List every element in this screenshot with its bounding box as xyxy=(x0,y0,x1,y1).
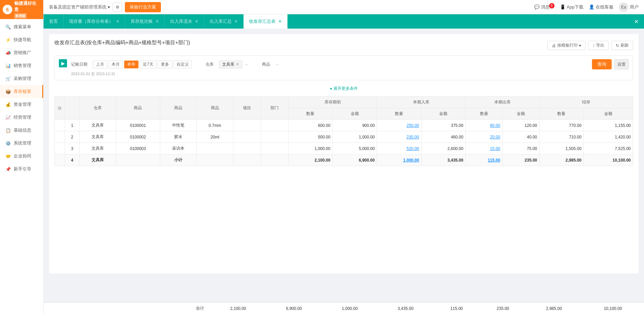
warehouse-remove-btn[interactable]: ✕ xyxy=(236,62,239,67)
subtotal-out-amt: 235.00 xyxy=(502,154,539,166)
newbie-icon: 📌 xyxy=(5,166,11,172)
row-project xyxy=(233,131,261,143)
user-action[interactable]: Ea 用户 xyxy=(619,2,639,12)
tab-bar-close-btn[interactable]: ✕ xyxy=(629,18,644,25)
date-more[interactable]: 更多 xyxy=(158,61,172,68)
date-7days[interactable]: 近7天 xyxy=(140,61,156,68)
subtotal-warehouse: 文具库 xyxy=(79,154,116,166)
query-button[interactable]: 查询 xyxy=(592,59,612,69)
goods-more[interactable]: ··· xyxy=(276,62,279,67)
user-label: 用户 xyxy=(630,4,639,10)
tab-batch-label: 库存批次账 xyxy=(131,18,153,24)
settings-link-button[interactable]: 设置 xyxy=(614,59,629,69)
tab-recv-send-label: 收发存汇总表 xyxy=(249,18,276,24)
tab-in-out-summary[interactable]: 出入库汇总 ✕ xyxy=(204,14,244,29)
date-this-year[interactable]: 本年 xyxy=(124,61,138,68)
sidebar-item-collab[interactable]: 🤝 企业协同 xyxy=(0,150,43,163)
sidebar-item-inventory[interactable]: 📦 库存核算 xyxy=(0,85,43,98)
date-last-month[interactable]: 上月 xyxy=(93,61,107,68)
tab-in-out-flow[interactable]: 出入库流水 ✕ xyxy=(165,14,204,29)
sidebar-item-label: 采购管理 xyxy=(14,76,31,82)
tab-home[interactable]: 首页 xyxy=(44,14,64,29)
date-label: 记账日期 xyxy=(71,62,87,67)
warehouse-more[interactable]: ··· xyxy=(245,62,248,67)
gear-icon: ⚙ xyxy=(116,5,119,10)
tab-in-out-flow-close[interactable]: ✕ xyxy=(195,19,198,24)
date-custom[interactable]: 自定义 xyxy=(174,61,192,68)
col-settings[interactable]: ⚙ xyxy=(55,97,65,120)
inventory-icon: 📦 xyxy=(5,89,11,94)
sidebar-item-basic[interactable]: 📋 基础信息 xyxy=(0,124,43,137)
operations-icon: 📈 xyxy=(5,115,11,120)
col-warehouse: 仓库 xyxy=(79,97,116,120)
total-out-qty: 115.00 xyxy=(433,303,480,314)
refresh-button[interactable]: ↻ 刷新 xyxy=(611,41,633,50)
print-button[interactable]: 🖨 按模板打印 ▾ xyxy=(547,41,585,50)
expand-more-btn[interactable]: ▾ 展开更多条件 xyxy=(330,84,358,93)
sidebar-item-quicknav[interactable]: ⚡ 快捷导航 xyxy=(0,33,43,46)
subtotal-bal-amt: 10,100.00 xyxy=(584,154,633,166)
row-out-qty[interactable]: 80.00 xyxy=(465,120,502,131)
sidebar-item-sales[interactable]: 📊 销售管理 xyxy=(0,59,43,72)
sidebar-item-system[interactable]: ⚙️ 系统管理 xyxy=(0,137,43,150)
row-in-qty[interactable]: 520.00 xyxy=(377,143,421,154)
subtotal-in-amt: 3,435.00 xyxy=(421,154,465,166)
row-in-amt: 2,600.00 xyxy=(421,143,465,154)
tab-batch[interactable]: 库存批次账 ✕ xyxy=(125,14,165,29)
quicknav-icon: ⚡ xyxy=(5,37,11,43)
logo-tag: 标准版 xyxy=(14,13,27,19)
tab-batch-close[interactable]: ✕ xyxy=(155,19,159,24)
row-out-amt: 40.00 xyxy=(502,131,539,143)
col-out-qty: 数量 xyxy=(465,108,502,120)
export-button[interactable]: ↑ 导出 xyxy=(588,41,609,50)
row-in-amt: 460.00 xyxy=(421,131,465,143)
row-in-qty[interactable]: 250.00 xyxy=(377,120,421,131)
subtotal-no: 4 xyxy=(65,154,80,166)
row-dept xyxy=(261,143,288,154)
row-project xyxy=(233,143,261,154)
tab-recv-send-close[interactable]: ✕ xyxy=(278,19,282,24)
row-spec: 0.7mm xyxy=(197,120,233,131)
row-out-qty[interactable]: 20.00 xyxy=(465,131,502,143)
footer-total-bar: 合计 2,100.00 6,900.00 1,000.00 3,435.00 1… xyxy=(44,302,644,314)
message-action[interactable]: 💬 消息 6 xyxy=(534,4,555,10)
col-code: 商品 xyxy=(116,97,160,120)
sidebar-item-marketing[interactable]: 📣 营销推广 xyxy=(0,46,43,59)
tab-in-out-summary-close[interactable]: ✕ xyxy=(234,19,238,24)
tab-in-out-summary-label: 出入库汇总 xyxy=(210,18,232,24)
sidebar-item-operations[interactable]: 📈 经营管理 xyxy=(0,111,43,124)
subtotal-out-qty: 115.00 xyxy=(465,154,502,166)
sidebar-item-newbie[interactable]: 📌 新手引导 xyxy=(0,163,43,176)
col-bal-qty: 数量 xyxy=(539,108,583,120)
tab-recv-send-summary[interactable]: 收发存汇总表 ✕ xyxy=(244,14,287,29)
app-download-action[interactable]: 📱 App下载 xyxy=(560,4,583,10)
row-spec xyxy=(197,143,233,154)
settings-button[interactable]: ⚙ xyxy=(113,2,122,12)
expand-label: 展开更多条件 xyxy=(333,86,358,92)
date-this-month[interactable]: 本月 xyxy=(109,61,123,68)
online-service-action[interactable]: 👤 在线客服 xyxy=(589,4,613,10)
tab-stock-dist-close[interactable]: ✕ xyxy=(116,19,119,24)
row-out-qty[interactable]: 15.00 xyxy=(465,143,502,154)
row-name: 采访本 xyxy=(160,143,197,154)
col-spec: 商品 xyxy=(197,97,233,120)
goods-label: 商品 xyxy=(262,62,270,67)
system-dropdown[interactable]: 装备及固定资产辅助管理系统 ▾ xyxy=(49,4,110,10)
col-in-qty: 数量 xyxy=(377,108,421,120)
sidebar-item-label: 经营管理 xyxy=(14,114,31,120)
sidebar-item-purchase[interactable]: 🛒 采购管理 xyxy=(0,72,43,85)
trial-button[interactable]: 体验行业方案 xyxy=(125,2,161,12)
sidebar-item-finance[interactable]: 💰 资金管理 xyxy=(0,98,43,111)
row-in-qty[interactable]: 230.00 xyxy=(377,131,421,143)
expand-icon: ▾ xyxy=(330,86,332,91)
sidebar-item-label: 销售管理 xyxy=(14,63,31,69)
filter-collapse-btn[interactable]: ▶ xyxy=(59,59,67,67)
table-row: 2 文具库 0100002 胶水 20ml 500.00 1,000.00 23… xyxy=(55,131,633,143)
col-bal: 结存 xyxy=(539,97,633,108)
tab-stock-dist[interactable]: 现存量（库存分布表） ✕ xyxy=(64,14,125,29)
sidebar-item-search[interactable]: 🔍 搜索菜单 xyxy=(0,20,43,33)
tab-bar: 首页 现存量（库存分布表） ✕ 库存批次账 ✕ 出入库流水 ✕ 出入库汇总 ✕ … xyxy=(44,14,644,29)
export-icon: ↑ xyxy=(593,43,595,48)
row-init-amt: 900.00 xyxy=(333,120,377,131)
warehouse-label: 仓库 xyxy=(205,62,214,67)
